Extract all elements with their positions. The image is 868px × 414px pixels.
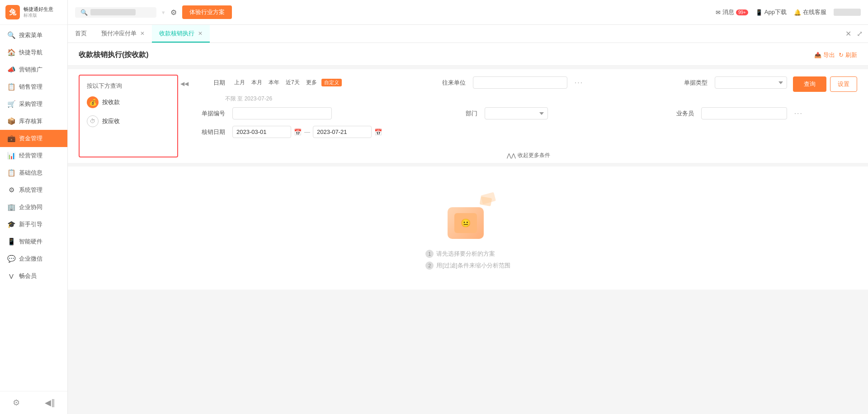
filter-form: 日期 上月 本月 本年 近7天 更多 自定义 往来单位 (189, 69, 868, 150)
date-prev-month[interactable]: 上月 (232, 78, 247, 87)
refresh-button[interactable]: ↻ 刷新 (839, 51, 857, 59)
tab-prepay[interactable]: 预付冲应付单 ✕ (94, 25, 152, 43)
sidebar-item-sales[interactable]: 📋销售管理 (0, 78, 67, 95)
filter-form-wrapper: 日期 上月 本月 本年 近7天 更多 自定义 往来单位 (189, 69, 868, 163)
main-area: 🔍 ▾ ⚙ 体验行业方案 ✉ 消息 99+ 📱 App下载 🔔 在线客服 (68, 0, 868, 414)
writeoff-date-start[interactable] (232, 126, 291, 138)
date-this-month[interactable]: 本月 (250, 78, 264, 87)
sidebar-item-wechat[interactable]: 💬企业微信 (0, 250, 67, 267)
settings-icon[interactable]: ⚙ (9, 396, 24, 409)
filter-by-receivable[interactable]: ⏱ 按应收 (80, 112, 177, 131)
dept-select[interactable] (485, 107, 548, 119)
hint-item-1: 1 请先选择要分析的方案 (425, 248, 510, 260)
salesperson-label: 业务员 (669, 109, 694, 118)
counterparty-input[interactable] (473, 76, 567, 89)
tab-receipt-close[interactable]: ✕ (198, 30, 203, 37)
app-download-button[interactable]: 📱 App下载 (755, 8, 787, 16)
filter-panel-title: 按以下方查询 (80, 79, 177, 93)
capital-icon: 💼 (7, 134, 15, 143)
counterparty-more-icon[interactable]: ··· (575, 79, 583, 87)
setting-button[interactable]: 设置 (830, 76, 857, 92)
salesperson-more-icon[interactable]: ··· (794, 109, 803, 118)
writeoff-date-range: 📅 — 📅 (232, 126, 382, 138)
date-7days[interactable]: 近7天 (284, 78, 302, 87)
sidebar-item-enterprise[interactable]: 🏢企业协同 (0, 199, 67, 216)
filter-row-1: 日期 上月 本月 本年 近7天 更多 自定义 往来单位 (200, 76, 803, 89)
member-icon: V (7, 272, 15, 280)
calendar-start-icon[interactable]: 📅 (294, 128, 302, 136)
writeoff-date-label: 核销日期 (200, 128, 225, 136)
tab-home[interactable]: 首页 (68, 25, 94, 43)
sidebar-item-member[interactable]: V畅会员 (0, 267, 67, 285)
date-shortcuts: 上月 本月 本年 近7天 更多 自定义 (232, 78, 342, 87)
enterprise-icon: 🏢 (7, 203, 15, 211)
writeoff-date-end[interactable] (313, 126, 372, 138)
app-version: 标准版 (24, 12, 53, 19)
search-icon: 🔍 (80, 9, 88, 16)
sidebar-item-inventory[interactable]: 📦库存核算 (0, 113, 67, 130)
export-button[interactable]: 📤 导出 (814, 51, 835, 59)
sidebar-logo: 兔 畅捷通好生意 标准版 (0, 0, 67, 25)
tab-close-all-icon[interactable]: ✕ (844, 28, 853, 40)
refresh-icon: ↻ (839, 52, 844, 58)
collapse-sidebar-icon[interactable]: ◀‖ (41, 396, 59, 409)
collapse-up-icon: ⋀⋀ (507, 152, 516, 159)
salesperson-input[interactable] (701, 107, 787, 119)
dept-label: 部门 (452, 109, 477, 118)
solution-button[interactable]: 体验行业方案 (182, 5, 232, 19)
empty-hint: 1 请先选择要分析的方案 2 用[过滤]条件来缩小分析范围 (425, 248, 510, 271)
online-support-button[interactable]: 🔔 在线客服 (794, 8, 826, 16)
date-this-year[interactable]: 本年 (267, 78, 281, 87)
doc-no-label: 单据编号 (200, 109, 225, 118)
collapse-more-btn[interactable]: ⋀⋀ 收起更多条件 (189, 150, 868, 163)
sidebar-item-guide[interactable]: 🎓新手引导 (0, 216, 67, 233)
messages-button[interactable]: ✉ 消息 99+ (716, 8, 748, 16)
date-more[interactable]: 更多 (304, 78, 319, 87)
date-limit-text: 不限 至 2023-07-26 (225, 95, 272, 103)
tab-expand-icon[interactable]: ⤢ (855, 28, 864, 40)
settings-gear-icon[interactable]: ⚙ (170, 8, 177, 17)
basic-icon: 📋 (7, 169, 15, 177)
search-icon: 🔍 (7, 31, 15, 39)
calendar-end-icon[interactable]: 📅 (374, 128, 382, 136)
receipt-icon: 💰 (87, 96, 99, 108)
filter-left-panel: 按以下方查询 💰 按收款 ⏱ 按应收 (79, 75, 178, 157)
query-button[interactable]: 查询 (793, 76, 826, 92)
inventory-icon: 📦 (7, 117, 15, 125)
sidebar-item-quicknav[interactable]: 🏠快捷导航 (0, 44, 67, 61)
sidebar-item-operation[interactable]: 📊经营管理 (0, 147, 67, 164)
export-icon: 📤 (814, 52, 821, 58)
sidebar-item-basic[interactable]: 📋基础信息 (0, 164, 67, 181)
sidebar-item-marketing[interactable]: 📣营销推广 (0, 61, 67, 78)
sidebar-nav: 🔍搜索菜单🏠快捷导航📣营销推广📋销售管理🛒采购管理📦库存核算💼资金管理📊经营管理… (0, 25, 67, 391)
message-icon: ✉ (716, 9, 721, 16)
collapse-filter-icon[interactable]: ◀◀ (180, 75, 189, 93)
topbar-divider: ▾ (162, 9, 165, 16)
username-display (834, 9, 861, 16)
query-buttons: 查询 设置 (793, 76, 857, 92)
hint-item-2: 2 用[过滤]条件来缩小分析范围 (425, 260, 510, 271)
tab-receipt[interactable]: 收款核销执行 ✕ (152, 25, 210, 43)
date-label: 日期 (200, 79, 225, 87)
topbar-right: ✉ 消息 99+ 📱 App下载 🔔 在线客服 (716, 8, 861, 16)
counterparty-label: 往来单位 (440, 79, 466, 87)
tab-prepay-close[interactable]: ✕ (140, 30, 145, 37)
page-title: 收款核销执行(按收款) (79, 50, 149, 65)
sidebar-item-system[interactable]: ⚙系统管理 (0, 181, 67, 199)
message-badge: 99+ (736, 10, 748, 15)
doc-type-select[interactable] (715, 76, 787, 89)
topbar: 🔍 ▾ ⚙ 体验行业方案 ✉ 消息 99+ 📱 App下载 🔔 在线客服 (68, 0, 868, 25)
search-bar[interactable]: 🔍 (75, 7, 156, 18)
doc-no-input[interactable] (232, 107, 332, 119)
sidebar-item-hardware[interactable]: 📱智能硬件 (0, 233, 67, 250)
sidebar-item-search[interactable]: 🔍搜索菜单 (0, 27, 67, 44)
date-custom-tag: 自定义 (321, 79, 342, 86)
sidebar-item-purchase[interactable]: 🛒采购管理 (0, 95, 67, 113)
empty-state: 😐 1 请先选择要分析的方案 2 用[过滤]条件来缩小分析范围 (68, 167, 868, 290)
filter-row-2: 单据编号 部门 业务员 ··· (200, 107, 803, 119)
doc-type-label: 单据类型 (682, 79, 708, 87)
empty-illustration: 😐 (441, 194, 495, 239)
sidebar-item-capital[interactable]: 💼资金管理 (0, 130, 67, 147)
system-icon: ⚙ (7, 186, 15, 194)
filter-by-receipt[interactable]: 💰 按收款 (80, 93, 177, 112)
